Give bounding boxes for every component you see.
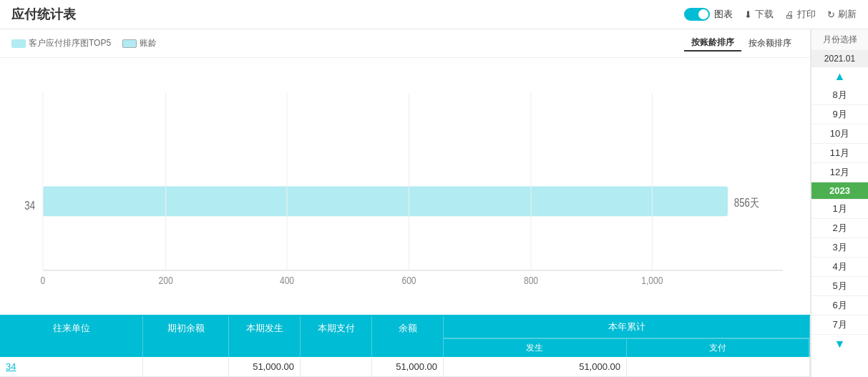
year-sub-headers: 发生 支付 bbox=[444, 338, 809, 357]
svg-text:400: 400 bbox=[280, 275, 294, 286]
sidebar-month-2[interactable]: 2月 bbox=[811, 219, 868, 238]
legend-color-1 bbox=[11, 39, 26, 48]
cell-balance: 51,000.00 bbox=[372, 357, 444, 376]
print-button[interactable]: 🖨 打印 bbox=[785, 8, 816, 21]
sidebar-month-5[interactable]: 5月 bbox=[811, 277, 868, 296]
col-header-year-occur: 发生 bbox=[444, 338, 627, 357]
table-header-row: 往来单位 期初余额 本期发生 本期支付 余额 本年累计 发生 支付 bbox=[0, 316, 810, 357]
main-content: 客户应付排序图TOP5 账龄 按账龄排序 按余额排序 34 bbox=[0, 29, 868, 377]
sidebar-month-header: 月份选择 bbox=[811, 29, 868, 51]
sidebar-month-12[interactable]: 12月 bbox=[811, 163, 868, 182]
svg-text:600: 600 bbox=[401, 275, 416, 286]
sidebar-down-button[interactable]: ▼ bbox=[811, 335, 868, 353]
unit-link[interactable]: 34 bbox=[6, 361, 16, 372]
col-header-period-pay: 本期支付 bbox=[301, 316, 372, 357]
legend-label-1: 客户应付排序图TOP5 bbox=[29, 37, 111, 49]
y-label: 34 bbox=[24, 200, 35, 212]
col-header-balance: 余额 bbox=[372, 316, 444, 357]
refresh-button[interactable]: ↻ 刷新 bbox=[827, 8, 857, 21]
chart-area: 客户应付排序图TOP5 账龄 按账龄排序 按余额排序 34 bbox=[0, 29, 811, 377]
col-header-period-occur: 本期发生 bbox=[229, 316, 301, 357]
download-icon: ⬇ bbox=[744, 9, 752, 20]
legend-item-2: 账龄 bbox=[122, 37, 157, 49]
svg-text:1,000: 1,000 bbox=[641, 275, 663, 286]
refresh-label: 刷新 bbox=[838, 8, 857, 21]
header-actions: 图表 ⬇ 下载 🖨 打印 ↻ 刷新 bbox=[684, 8, 857, 21]
sidebar-month-7[interactable]: 7月 bbox=[811, 315, 868, 335]
app-container: 应付统计表 图表 ⬇ 下载 🖨 打印 ↻ 刷新 bbox=[0, 0, 868, 377]
chart-bar bbox=[43, 187, 728, 217]
refresh-icon: ↻ bbox=[827, 9, 835, 20]
print-label: 打印 bbox=[797, 8, 816, 21]
download-label: 下载 bbox=[755, 8, 774, 21]
sidebar-month-6[interactable]: 6月 bbox=[811, 296, 868, 315]
chart-toolbar: 客户应付排序图TOP5 账龄 按账龄排序 按余额排序 bbox=[0, 29, 810, 58]
sidebar-up-button[interactable]: ▲ bbox=[811, 67, 868, 86]
download-button[interactable]: ⬇ 下载 bbox=[744, 8, 774, 21]
sidebar-month-1[interactable]: 1月 bbox=[811, 200, 868, 219]
sidebar-month-9[interactable]: 9月 bbox=[811, 105, 868, 124]
table-row: 34 51,000.00 51,000.00 51,000.00 bbox=[0, 357, 810, 377]
col-header-year-group: 本年累计 发生 支付 bbox=[444, 316, 810, 357]
cell-unit: 34 bbox=[0, 357, 143, 376]
col-header-unit: 往来单位 bbox=[0, 316, 143, 357]
chart-svg: 34 856天 0 200 400 600 800 1,000 bbox=[11, 65, 799, 308]
sidebar: 月份选择 2021.01 ▲ 8月 9月 10月 11月 12月 2023 1月… bbox=[811, 29, 868, 377]
svg-text:200: 200 bbox=[159, 275, 173, 286]
sidebar-month-4[interactable]: 4月 bbox=[811, 258, 868, 277]
col-header-year-pay: 支付 bbox=[627, 338, 810, 357]
legend-label-2: 账龄 bbox=[140, 37, 157, 49]
cell-year-pay bbox=[627, 357, 810, 376]
svg-text:800: 800 bbox=[524, 275, 538, 286]
sidebar-year-2023[interactable]: 2023 bbox=[811, 182, 868, 200]
col-header-period-balance: 期初余额 bbox=[143, 316, 229, 357]
page-title: 应付统计表 bbox=[11, 6, 684, 23]
sort-buttons: 按账龄排序 按余额排序 bbox=[684, 35, 799, 52]
print-icon: 🖨 bbox=[785, 9, 794, 20]
cell-period-pay bbox=[301, 357, 372, 376]
cell-period-balance bbox=[143, 357, 229, 376]
chart-container: 34 856天 0 200 400 600 800 1,000 bbox=[0, 58, 810, 315]
legend-item-1: 客户应付排序图TOP5 bbox=[11, 37, 111, 49]
cell-period-occur: 51,000.00 bbox=[229, 357, 301, 376]
sidebar-month-11[interactable]: 11月 bbox=[811, 144, 868, 163]
sidebar-month-8[interactable]: 8月 bbox=[811, 86, 868, 105]
bottom-table: 往来单位 期初余额 本期发生 本期支付 余额 本年累计 发生 支付 bbox=[0, 315, 810, 377]
svg-text:0: 0 bbox=[41, 275, 46, 286]
sort-by-amount-button[interactable]: 按余额排序 bbox=[741, 35, 799, 52]
sort-by-balance-button[interactable]: 按账龄排序 bbox=[684, 35, 741, 52]
chart-toggle[interactable] bbox=[684, 8, 710, 21]
sidebar-current-date: 2021.01 bbox=[811, 51, 868, 67]
legend-color-2 bbox=[122, 39, 137, 48]
toggle-label: 图表 bbox=[714, 8, 733, 21]
cell-year-occur: 51,000.00 bbox=[444, 357, 627, 376]
sidebar-month-3[interactable]: 3月 bbox=[811, 238, 868, 258]
bar-end-label: 856天 bbox=[734, 197, 759, 209]
year-cumul-label: 本年累计 bbox=[444, 316, 809, 338]
header: 应付统计表 图表 ⬇ 下载 🖨 打印 ↻ 刷新 bbox=[0, 0, 868, 29]
toggle-group[interactable]: 图表 bbox=[684, 8, 733, 21]
sidebar-month-10[interactable]: 10月 bbox=[811, 124, 868, 144]
